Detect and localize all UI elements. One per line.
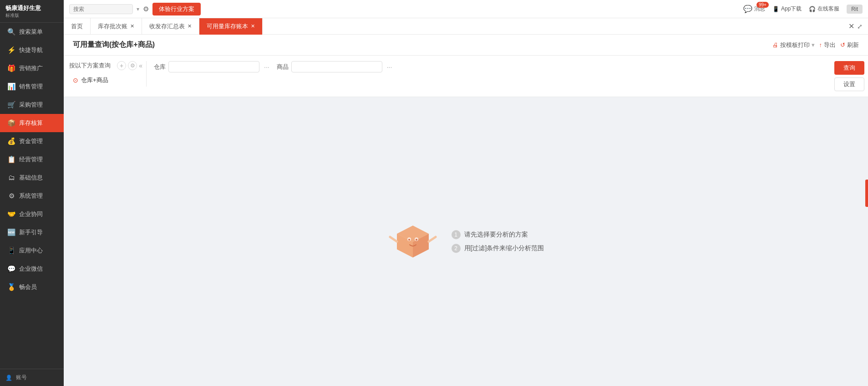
product-input[interactable] [291,61,382,72]
empty-svg [388,216,438,267]
sidebar-item-label: 资金管理 [19,137,43,145]
sidebar-item-apps[interactable]: 📱 应用中心 [0,242,64,260]
tab-summary-close-icon[interactable]: ✕ [188,23,192,29]
warehouse-input[interactable] [168,61,259,72]
user-menu-button[interactable]: Rit [847,5,863,14]
sidebar-bottom-user[interactable]: 👤 账号 [0,369,64,386]
trial-button[interactable]: 体验行业方案 [152,3,201,15]
tip-num-2: 2 [452,244,461,253]
cart-icon: 🛒 [7,101,15,109]
tab-home-label: 首页 [71,22,83,31]
empty-state: 1 请先选择要分析的方案 2 用[过滤]条件来缩小分析范围 [64,97,868,386]
scheme-actions: + ⚙ « [117,61,142,70]
sidebar-nav: 🔍 搜索菜单 ⚡ 快捷导航 🎁 营销推广 📊 销售管理 🛒 采购管理 📦 库存核… [0,23,64,369]
tab-available-label: 可用量库存账本 [207,22,248,31]
tab-available-close-icon[interactable]: ✕ [251,23,255,29]
sidebar-item-system[interactable]: ⚙ 系统管理 [0,187,64,205]
sidebar-item-label: 搜索菜单 [19,28,43,36]
window-expand-icon[interactable]: ⤢ [857,23,863,30]
warehouse-more-icon[interactable]: ··· [262,62,271,72]
sidebar-item-label: 基础信息 [19,174,43,182]
app-label: App下载 [781,5,802,13]
gear-icon: ⚙ [7,192,15,200]
sidebar-item-wechat[interactable]: 💬 企业微信 [0,260,64,278]
sidebar-item-purchase[interactable]: 🛒 采购管理 [0,96,64,114]
scheme-settings-button[interactable]: ⚙ [128,61,137,70]
sidebar-item-vip[interactable]: 🏅 畅会员 [0,278,64,296]
refresh-button[interactable]: ↺ 刷新 [840,41,859,49]
tab-available[interactable]: 可用量库存账本 ✕ [199,18,263,35]
scheme-item-icon: ⊙ [73,77,78,84]
tip-num-1: 1 [452,230,461,239]
filter-fields: 仓库 ··· 商品 ··· [147,61,834,72]
svg-line-9 [429,237,436,242]
service-label: 在线客服 [817,5,839,13]
filter-buttons: 查询 设置 [834,61,868,91]
empty-illustration [388,216,438,267]
filter-warehouse-group: 仓库 ··· [154,61,271,72]
tab-batch-close-icon[interactable]: ✕ [130,23,134,29]
chevron-down-icon[interactable]: ▾ [137,6,139,12]
service-button[interactable]: 🎧 在线客服 [809,5,839,13]
sidebar: 畅康通好生意 标准版 🔍 搜索菜单 ⚡ 快捷导航 🎁 营销推广 📊 销售管理 🛒… [0,0,64,386]
sidebar-item-search[interactable]: 🔍 搜索菜单 [0,23,64,41]
svg-line-8 [390,237,397,242]
sidebar-item-marketing[interactable]: 🎁 营销推广 [0,59,64,77]
product-more-icon[interactable]: ··· [385,62,394,72]
tab-batch[interactable]: 库存批次账 ✕ [91,18,142,35]
scheme-add-button[interactable]: + [117,61,126,70]
app-download-button[interactable]: 📱 App下载 [772,5,802,13]
tab-home[interactable]: 首页 [64,18,91,35]
empty-tips: 1 请先选择要分析的方案 2 用[过滤]条件来缩小分析范围 [452,230,544,253]
sidebar-item-operation[interactable]: 📋 经营管理 [0,150,64,169]
tip-2-text: 用[过滤]条件来缩小分析范围 [464,244,544,252]
sidebar-item-corp[interactable]: 🤝 企业协同 [0,205,64,223]
sidebar-item-inventory[interactable]: 📦 库存核算 [0,114,64,132]
warehouse-label: 仓库 [154,63,166,71]
topbar-search-input[interactable] [69,4,133,14]
sidebar-item-label: 畅会员 [19,283,37,291]
sidebar-item-label: 企业微信 [19,265,43,273]
tip-1-text: 请先选择要分析的方案 [464,231,528,239]
sidebar-item-label: 快捷导航 [19,46,43,54]
sidebar-item-sales[interactable]: 📊 销售管理 [0,77,64,96]
export-button[interactable]: ↑ 导出 [819,41,836,49]
sidebar-logo: 畅康通好生意 标准版 [0,0,64,23]
export-icon: ↑ [819,41,822,48]
handshake-icon: 🤝 [7,210,15,218]
query-button[interactable]: 查询 [834,61,864,75]
settings-icon[interactable]: ⚙ [143,5,149,13]
phone-icon: 📱 [7,247,15,255]
scheme-item-warehouse-product[interactable]: ⊙ 仓库+商品 [69,74,142,87]
tab-batch-label: 库存批次账 [98,22,127,31]
message-button[interactable]: 💬 消息 99+ [743,5,765,13]
sidebar-item-basic[interactable]: 🗂 基础信息 [0,169,64,187]
right-scroll-indicator [865,180,868,207]
scheme-label: 按以下方案查询 [69,62,111,70]
svg-point-7 [416,239,417,241]
export-label: 导出 [824,41,836,49]
flash-icon: ⚡ [7,46,15,54]
clipboard-icon: 📋 [7,155,15,164]
scheme-collapse-icon[interactable]: « [139,62,142,69]
print-chevron-icon: ▾ [812,41,815,48]
print-template-button[interactable]: 🖨 按模板打印 ▾ [772,41,815,49]
topbar: ▾ ⚙ 体验行业方案 💬 消息 99+ 📱 App下载 🎧 在线客服 Rit [64,0,868,18]
empty-tip-2: 2 用[过滤]条件来缩小分析范围 [452,244,544,253]
medal-icon: 🏅 [7,283,15,291]
filter-setting-button[interactable]: 设置 [834,77,864,91]
window-close-icon[interactable]: ✕ [848,23,854,30]
page-actions: 🖨 按模板打印 ▾ ↑ 导出 ↺ 刷新 [772,41,859,49]
tab-summary-label: 收发存汇总表 [149,22,185,31]
svg-point-6 [408,239,410,241]
sidebar-item-guide[interactable]: 🆕 新手引导 [0,223,64,242]
chart-icon: 📊 [7,82,15,91]
sidebar-logo-title: 畅康通好生意 [5,5,58,12]
sidebar-item-label: 销售管理 [19,82,43,91]
filter-scheme-header: 按以下方案查询 + ⚙ « [69,61,142,70]
tab-summary[interactable]: 收发存汇总表 ✕ [142,18,199,35]
headphone-icon: 🎧 [809,6,816,12]
sidebar-item-finance[interactable]: 💰 资金管理 [0,132,64,150]
user-icon: 👤 [5,375,12,381]
sidebar-item-shortcut[interactable]: ⚡ 快捷导航 [0,41,64,59]
